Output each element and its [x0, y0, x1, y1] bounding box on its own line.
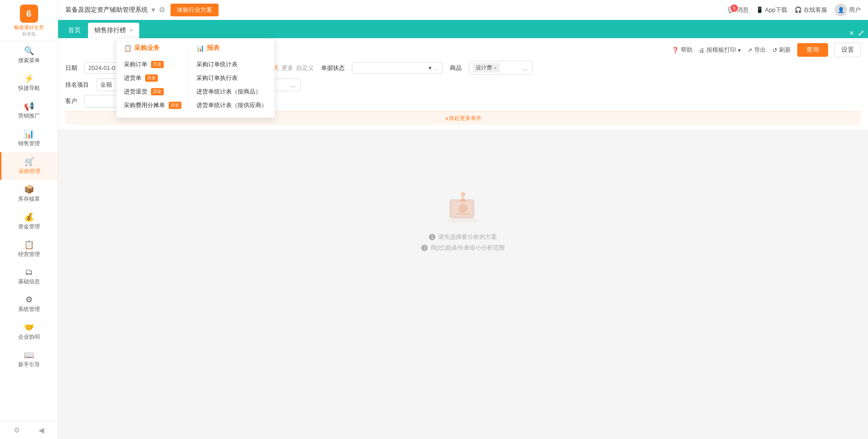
purchase-section-title: 📋 采购业务	[124, 44, 181, 52]
dropdown-menu: 📋 采购业务 采购订单 历史 进货单 历史 进货退货 历史 采购费用分摊单 历史	[116, 38, 275, 118]
refresh-icon: ↺	[772, 47, 777, 54]
purchase-expense-history-badge: 历史	[169, 102, 181, 109]
dropdown-item-purchase-order-exec[interactable]: 采购订单执行表	[196, 71, 267, 85]
print-label: 按模板打印	[707, 46, 736, 54]
sidebar-item-system[interactable]: ⚙ 系统管理	[0, 290, 58, 318]
dropdown-item-purchase-order-stat[interactable]: 采购订单统计表	[196, 58, 267, 71]
help-button[interactable]: ❓ 帮助	[672, 46, 692, 54]
goods-dots[interactable]: ...	[522, 64, 528, 72]
inventory-label: 库存核算	[18, 195, 40, 203]
goods-receipt-by-goods-label: 进货单统计表（按商品）	[196, 88, 261, 96]
finance-icon: 💰	[24, 212, 34, 222]
tab-bar-right: × ⤢	[849, 28, 864, 38]
dropdown-item-goods-return[interactable]: 进货退货 历史	[124, 85, 181, 99]
salesman-dots[interactable]: ...	[291, 81, 297, 89]
sidebar-bottom: ⚙ ◀	[0, 421, 58, 439]
doc-status-dots[interactable]: ...	[434, 64, 439, 71]
doc-status-input[interactable]: ▾ ...	[352, 62, 443, 74]
dropdown-item-goods-receipt-by-supplier[interactable]: 进货单统计表（按供应商）	[196, 99, 267, 112]
cooperation-label: 企业协同	[18, 333, 40, 341]
refresh-label: 刷新	[779, 46, 791, 54]
header-right: 💬 9 消息 📱 App下载 🎧 在线客服 👤 用户	[728, 4, 861, 16]
export-label: 导出	[754, 46, 766, 54]
sidebar-item-basic-info[interactable]: 🗂 基础信息	[0, 263, 58, 290]
top-header: 装备及固定资产辅助管理系统 ▾ ⚙ 体验行业方案 💬 9 消息 📱 App下载 …	[58, 0, 868, 20]
goods-label: 商品	[450, 64, 462, 72]
collapse-text: 收起更多条件	[449, 114, 482, 122]
search-label: 搜索菜单	[18, 57, 40, 64]
purchase-section-label: 采购业务	[134, 44, 160, 52]
query-button[interactable]: 查询	[797, 43, 828, 57]
dropdown-item-purchase-order[interactable]: 采购订单 历史	[124, 58, 181, 71]
goods-receipt-history-badge: 历史	[145, 74, 158, 82]
sidebar-item-marketing[interactable]: 📢 营销推广	[0, 97, 58, 124]
dropdown-purchase-col: 📋 采购业务 采购订单 历史 进货单 历史 进货退货 历史 采购费用分摊单 历史	[117, 44, 189, 112]
header-settings-icon[interactable]: ⚙	[159, 5, 165, 14]
sidebar-item-purchase[interactable]: 🛒 采购管理	[0, 152, 58, 180]
svg-rect-4	[456, 213, 470, 215]
dropdown-item-goods-receipt-by-goods[interactable]: 进货单统计表（按商品）	[196, 85, 267, 99]
main-content: 装备及固定资产辅助管理系统 ▾ ⚙ 体验行业方案 💬 9 消息 📱 App下载 …	[58, 0, 868, 439]
purchase-order-label: 采购订单	[124, 60, 147, 69]
settings-button[interactable]: 设置	[834, 43, 861, 57]
export-icon: ↗	[747, 47, 752, 54]
purchase-label: 采购管理	[19, 168, 40, 175]
goods-return-label: 进货退货	[124, 88, 147, 96]
quick-nav-label: 快捷导航	[18, 84, 40, 92]
goods-tag-close[interactable]: ×	[494, 65, 497, 71]
tab-maximize-button[interactable]: ⤢	[858, 28, 864, 38]
purchase-order-history-badge: 历史	[151, 61, 164, 68]
tab-minimize-button[interactable]: ×	[849, 29, 854, 38]
sidebar-item-search[interactable]: 🔍 搜索菜单	[0, 41, 58, 69]
tab-sales-rank-label: 销售排行榜	[94, 26, 126, 35]
tab-sales-rank[interactable]: 销售排行榜 ×	[88, 23, 139, 38]
guide-icon: 📖	[24, 350, 34, 360]
user-button[interactable]: 👤 用户	[834, 4, 861, 16]
sidebar-item-operations[interactable]: 📋 经营管理	[0, 235, 58, 263]
export-button[interactable]: ↗ 导出	[747, 46, 766, 54]
tab-home[interactable]: 首页	[62, 23, 87, 38]
purchase-order-exec-label: 采购订单执行表	[196, 74, 238, 82]
quick-nav-icon: ⚡	[24, 74, 34, 84]
rank-label: 排名项目	[65, 81, 89, 89]
goods-input[interactable]: 设计费 × ...	[469, 61, 532, 75]
online-service-button[interactable]: 🎧 在线客服	[795, 6, 827, 14]
trial-button[interactable]: 体验行业方案	[171, 4, 219, 16]
empty-state: 1 请先选择要分析的方案 2 用[过滤]条件来缩小分析范围	[58, 130, 868, 311]
sidebar-item-inventory[interactable]: 📦 库存核算	[0, 180, 58, 207]
online-service-label: 在线客服	[804, 6, 827, 14]
sidebar-item-cooperation[interactable]: 🤝 企业协同	[0, 318, 58, 345]
report-section-label: 报表	[207, 44, 219, 52]
sidebar-item-guide[interactable]: 📖 新手引导	[0, 345, 58, 373]
date-custom[interactable]: 自定义	[296, 64, 314, 72]
empty-hint-2-text: 用[过滤]条件来缩小分析范围	[430, 244, 504, 252]
sidebar-collapse-button[interactable]: ◀	[39, 426, 44, 434]
empty-dot-2: 2	[421, 245, 428, 251]
sidebar-item-quick-nav[interactable]: ⚡ 快捷导航	[0, 69, 58, 97]
inventory-icon: 📦	[24, 184, 34, 194]
sidebar-settings-button[interactable]: ⚙	[14, 426, 20, 434]
tab-close-button[interactable]: ×	[130, 27, 133, 34]
guide-label: 新手引导	[18, 361, 40, 369]
message-badge: 9	[731, 5, 738, 12]
purchase-section-icon: 📋	[124, 44, 132, 52]
app-download-button[interactable]: 📱 App下载	[756, 6, 787, 14]
print-dropdown-icon[interactable]: ▾	[738, 47, 741, 54]
message-button[interactable]: 💬 9 消息	[728, 6, 749, 14]
logo-icon: 6	[20, 5, 38, 23]
finance-label: 资金管理	[18, 223, 40, 231]
print-button[interactable]: 🖨 按模板打印 ▾	[699, 46, 741, 54]
cooperation-icon: 🤝	[24, 322, 34, 332]
dropdown-item-goods-receipt[interactable]: 进货单 历史	[124, 71, 181, 85]
system-icon: ⚙	[25, 295, 33, 305]
sidebar-item-finance[interactable]: 💰 资金管理	[0, 207, 58, 235]
header-dropdown-arrow[interactable]: ▾	[151, 5, 155, 14]
sidebar-item-sales[interactable]: 📊 销售管理	[0, 124, 58, 152]
dropdown-item-purchase-expense[interactable]: 采购费用分摊单 历史	[124, 99, 181, 112]
refresh-button[interactable]: ↺ 刷新	[772, 46, 791, 54]
doc-status-label: 单据状态	[321, 64, 345, 72]
customer-label: 客户	[65, 97, 77, 105]
sales-icon: 📊	[24, 129, 34, 139]
purchase-order-stat-label: 采购订单统计表	[196, 60, 238, 69]
date-more[interactable]: 更多	[282, 64, 293, 72]
